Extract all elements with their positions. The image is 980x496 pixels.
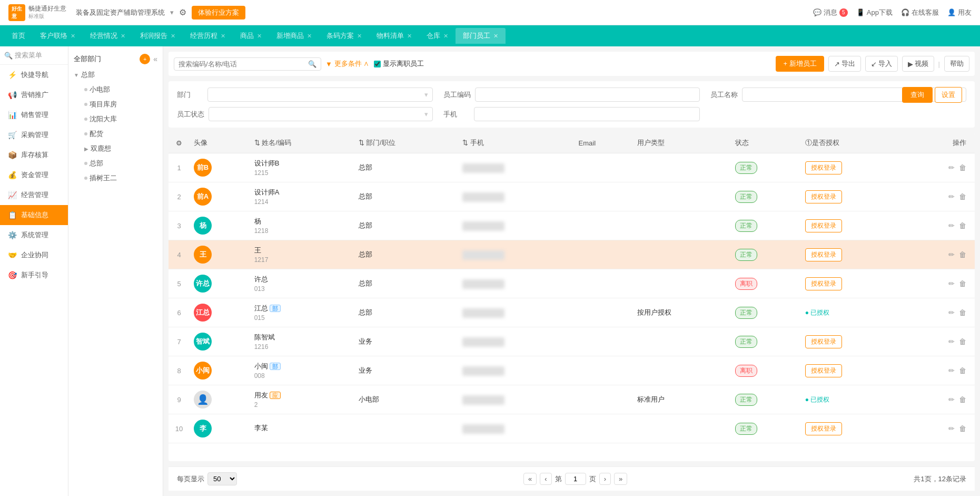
tab-product[interactable]: 商品 ✕ xyxy=(233,28,269,44)
dept-add-icon[interactable]: + xyxy=(140,54,150,64)
page-input[interactable] xyxy=(565,473,586,485)
tab-warehouse[interactable]: 仓库 ✕ xyxy=(419,28,456,44)
delete-icon[interactable]: 🗑 xyxy=(959,221,966,230)
tab-home[interactable]: 首页 xyxy=(4,28,33,44)
close-icon[interactable]: ✕ xyxy=(121,33,125,40)
emp-status-select[interactable]: ▾ xyxy=(209,107,433,121)
delete-icon[interactable]: 🗑 xyxy=(959,192,966,201)
dept-node-zongbu-parent[interactable]: ▼ 总部 xyxy=(68,67,163,82)
edit-icon[interactable]: ✏ xyxy=(948,337,955,346)
tab-bom[interactable]: 物料清单 ✕ xyxy=(369,28,419,44)
show-resigned-checkbox[interactable] xyxy=(374,61,381,67)
search-button[interactable]: 查询 xyxy=(902,87,933,103)
search-input[interactable] xyxy=(179,60,306,68)
dept-node-shenyang[interactable]: 沈阳大库 xyxy=(68,112,163,127)
dept-node-peihuo[interactable]: 配货 xyxy=(68,127,163,141)
tab-new-product[interactable]: 新增商品 ✕ xyxy=(269,28,319,44)
edit-icon[interactable]: ✏ xyxy=(948,250,955,259)
dropdown-arrow[interactable]: ▾ xyxy=(170,8,174,16)
edit-icon[interactable]: ✏ xyxy=(948,221,955,230)
sidebar-item-collab[interactable]: 🤝 企业协同 xyxy=(0,245,68,265)
help-button[interactable]: 帮助 xyxy=(944,56,969,72)
close-icon[interactable]: ✕ xyxy=(493,33,498,40)
dept-node-xiaodian[interactable]: 小电部 xyxy=(68,82,163,97)
auth-login-button[interactable]: 授权登录 xyxy=(805,422,842,435)
sidebar-item-finance[interactable]: 💰 资金管理 xyxy=(0,165,68,185)
dept-node-shuanglu[interactable]: ▶ 双鹿想 xyxy=(68,141,163,156)
auth-login-button[interactable]: 授权登录 xyxy=(805,248,842,261)
delete-icon[interactable]: 🗑 xyxy=(959,250,966,259)
close-icon[interactable]: ✕ xyxy=(221,33,225,40)
settings-col-header[interactable]: ⚙ xyxy=(169,133,190,153)
online-service-action[interactable]: 🎧 在线客服 xyxy=(901,8,939,17)
auth-login-button[interactable]: 授权登录 xyxy=(805,335,842,348)
sidebar-item-business[interactable]: 📈 经营管理 xyxy=(0,185,68,205)
delete-icon[interactable]: 🗑 xyxy=(959,424,966,433)
first-page-btn[interactable]: « xyxy=(523,473,537,485)
prev-page-btn[interactable]: ‹ xyxy=(540,473,551,485)
auth-login-button[interactable]: 授权登录 xyxy=(805,190,842,203)
last-page-btn[interactable]: » xyxy=(614,473,627,485)
tab-customer[interactable]: 客户联络 ✕ xyxy=(33,28,83,44)
sidebar-item-marketing[interactable]: 📢 营销推广 xyxy=(0,85,68,105)
edit-icon[interactable]: ✏ xyxy=(948,192,955,201)
per-page-select[interactable]: 50 100 xyxy=(207,472,237,485)
emp-code-input[interactable] xyxy=(475,87,699,102)
view-button[interactable]: ▶ 视频 xyxy=(902,56,934,72)
phone-input[interactable] xyxy=(474,107,699,121)
delete-icon[interactable]: 🗑 xyxy=(959,163,966,172)
sidebar-search[interactable]: 🔍 搜索菜单 xyxy=(0,46,68,65)
auth-login-button[interactable]: 授权登录 xyxy=(805,219,842,232)
add-employee-button[interactable]: + 新增员工 xyxy=(776,56,824,72)
name-col-header[interactable]: ⇅ 姓名/编码 xyxy=(250,133,354,153)
auth-login-button[interactable]: 授权登录 xyxy=(805,161,842,174)
close-icon[interactable]: ✕ xyxy=(257,33,262,40)
show-resigned-label[interactable]: 显示离职员工 xyxy=(374,59,424,69)
trial-button[interactable]: 体验行业方案 xyxy=(192,6,245,20)
edit-icon[interactable]: ✏ xyxy=(948,163,955,172)
auth-login-button[interactable]: 授权登录 xyxy=(805,364,842,377)
delete-icon[interactable]: 🗑 xyxy=(959,366,966,375)
sidebar-item-system[interactable]: ⚙️ 系统管理 xyxy=(0,225,68,245)
set-button[interactable]: 设置 xyxy=(935,87,962,103)
edit-icon[interactable]: ✏ xyxy=(948,308,955,317)
edit-icon[interactable]: ✏ xyxy=(948,424,955,433)
sidebar-item-purchase[interactable]: 🛒 采购管理 xyxy=(0,125,68,145)
tab-operation[interactable]: 经营情况 ✕ xyxy=(83,28,133,44)
dept-select[interactable]: ▾ xyxy=(207,87,433,102)
sidebar-item-inventory[interactable]: 📦 库存核算 xyxy=(0,145,68,165)
user-action[interactable]: 👤 用友 xyxy=(947,8,972,17)
close-icon[interactable]: ✕ xyxy=(407,33,412,40)
edit-icon[interactable]: ✏ xyxy=(948,395,955,404)
sidebar-item-quicknav[interactable]: ⚡ 快捷导航 xyxy=(0,65,68,85)
dept-collapse-icon[interactable]: « xyxy=(153,55,157,63)
dept-node-xiangmu[interactable]: 项目库房 xyxy=(68,97,163,112)
filter-button[interactable]: ▼ 更多条件 ∧ xyxy=(325,59,370,69)
app-download-action[interactable]: 📱 App下载 xyxy=(856,8,893,17)
import-button[interactable]: ↙ 导入 xyxy=(865,56,898,72)
auth-login-button[interactable]: 授权登录 xyxy=(805,277,842,290)
close-icon[interactable]: ✕ xyxy=(443,33,448,40)
phone-col-header[interactable]: ⇅ 手机 xyxy=(458,133,574,153)
delete-icon[interactable]: 🗑 xyxy=(959,308,966,317)
dept-col-header[interactable]: ⇅ 部门/职位 xyxy=(354,133,459,153)
edit-icon[interactable]: ✏ xyxy=(948,366,955,375)
gear-icon[interactable]: ⚙ xyxy=(179,7,186,17)
tab-barcode[interactable]: 条码方案 ✕ xyxy=(319,28,369,44)
close-icon[interactable]: ✕ xyxy=(171,33,175,40)
tab-profit[interactable]: 利润报告 ✕ xyxy=(133,28,183,44)
delete-icon[interactable]: 🗑 xyxy=(959,337,966,346)
dept-node-chashuwang[interactable]: 插树王二 xyxy=(68,171,163,186)
close-icon[interactable]: ✕ xyxy=(71,33,75,40)
sidebar-item-sales[interactable]: 📊 销售管理 xyxy=(0,105,68,125)
sidebar-item-basic[interactable]: 📋 基础信息 xyxy=(0,205,68,225)
tab-department[interactable]: 部门员工 ✕ xyxy=(456,28,506,44)
delete-icon[interactable]: 🗑 xyxy=(959,395,966,404)
close-icon[interactable]: ✕ xyxy=(357,33,362,40)
message-action[interactable]: 💬 消息 5 xyxy=(813,8,848,17)
tab-history[interactable]: 经营历程 ✕ xyxy=(183,28,233,44)
delete-icon[interactable]: 🗑 xyxy=(959,279,966,288)
next-page-btn[interactable]: › xyxy=(599,473,611,485)
edit-icon[interactable]: ✏ xyxy=(948,279,955,288)
sidebar-item-guide[interactable]: 🎯 新手引导 xyxy=(0,265,68,285)
